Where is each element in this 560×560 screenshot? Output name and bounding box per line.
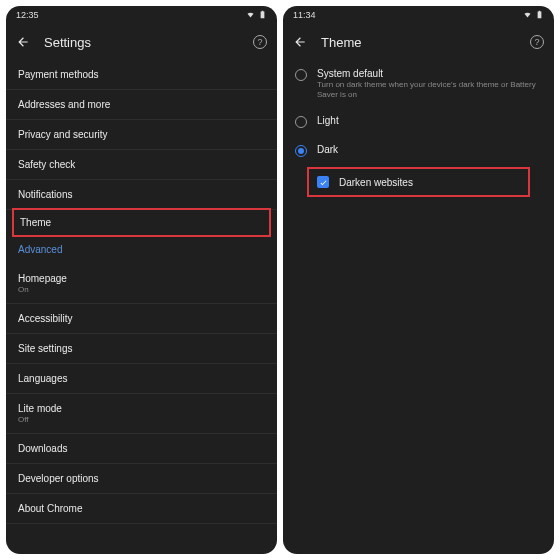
- page-title: Settings: [44, 35, 239, 50]
- clock: 11:34: [293, 10, 316, 20]
- setting-about-chrome[interactable]: About Chrome: [6, 494, 277, 524]
- header: Theme ?: [283, 24, 554, 60]
- highlight-box: Darken websites: [307, 167, 530, 197]
- header: Settings ?: [6, 24, 277, 60]
- radio-icon: [295, 116, 307, 128]
- section-advanced[interactable]: Advanced: [6, 235, 277, 264]
- setting-addresses[interactable]: Addresses and more: [6, 90, 277, 120]
- back-icon[interactable]: [293, 35, 307, 49]
- status-icons: [523, 10, 544, 21]
- battery-icon: [258, 10, 267, 21]
- option-darken-websites[interactable]: Darken websites: [309, 169, 528, 195]
- wifi-icon: [523, 10, 532, 21]
- setting-downloads[interactable]: Downloads: [6, 434, 277, 464]
- status-bar: 11:34: [283, 6, 554, 24]
- setting-site-settings[interactable]: Site settings: [6, 334, 277, 364]
- option-dark[interactable]: Dark: [283, 136, 554, 165]
- clock: 12:35: [16, 10, 39, 20]
- setting-accessibility[interactable]: Accessibility: [6, 304, 277, 334]
- checkbox-icon: [317, 176, 329, 188]
- back-icon[interactable]: [16, 35, 30, 49]
- setting-languages[interactable]: Languages: [6, 364, 277, 394]
- radio-icon: [295, 69, 307, 81]
- settings-list: Payment methods Addresses and more Priva…: [6, 60, 277, 554]
- option-system-default[interactable]: System default Turn on dark theme when y…: [283, 60, 554, 107]
- page-title: Theme: [321, 35, 516, 50]
- radio-icon: [295, 145, 307, 157]
- setting-developer-options[interactable]: Developer options: [6, 464, 277, 494]
- setting-homepage[interactable]: HomepageOn: [6, 264, 277, 304]
- option-light[interactable]: Light: [283, 107, 554, 136]
- setting-payment-methods[interactable]: Payment methods: [6, 60, 277, 90]
- settings-screen: 12:35 Settings ? Payment methods Address…: [6, 6, 277, 554]
- wifi-icon: [246, 10, 255, 21]
- theme-screen: 11:34 Theme ? System default Turn on dar…: [283, 6, 554, 554]
- theme-options: System default Turn on dark theme when y…: [283, 60, 554, 554]
- setting-notifications[interactable]: Notifications: [6, 180, 277, 210]
- setting-theme[interactable]: Theme: [12, 208, 271, 237]
- battery-icon: [535, 10, 544, 21]
- setting-lite-mode[interactable]: Lite modeOff: [6, 394, 277, 434]
- setting-privacy[interactable]: Privacy and security: [6, 120, 277, 150]
- setting-safety-check[interactable]: Safety check: [6, 150, 277, 180]
- help-icon[interactable]: ?: [253, 35, 267, 49]
- help-icon[interactable]: ?: [530, 35, 544, 49]
- status-icons: [246, 10, 267, 21]
- status-bar: 12:35: [6, 6, 277, 24]
